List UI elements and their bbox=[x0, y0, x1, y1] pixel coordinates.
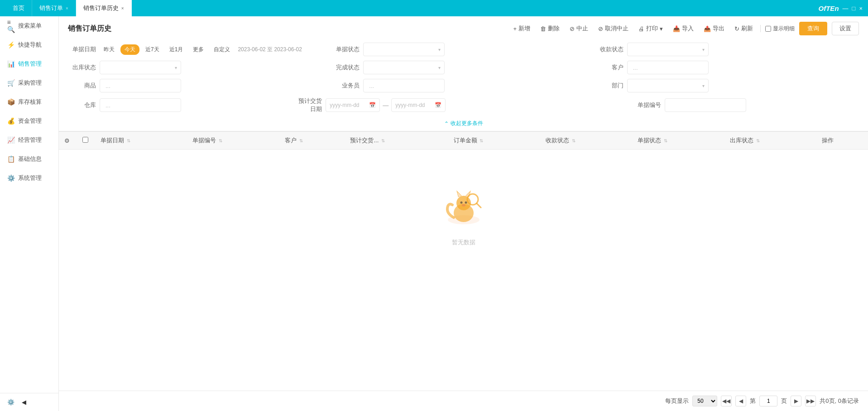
date-btn-today[interactable]: 今天 bbox=[120, 44, 139, 55]
date-btn-yesterday[interactable]: 昨天 bbox=[100, 44, 119, 55]
new-button[interactable]: + 新增 bbox=[510, 23, 533, 34]
topbar-close[interactable]: × bbox=[859, 5, 863, 12]
prev-page-button[interactable]: ◀ bbox=[735, 396, 746, 406]
topbar-maximize[interactable]: □ bbox=[852, 5, 856, 12]
th-bill-status[interactable]: 单据状态 ⇅ bbox=[632, 132, 724, 150]
bill-status-select[interactable]: ▾ bbox=[363, 43, 445, 56]
purchase-mgmt-icon: 🛒 bbox=[7, 79, 14, 87]
delivery-start-input[interactable]: yyyy-mm-dd 📅 bbox=[326, 98, 380, 112]
empty-state: 暂无数据 bbox=[59, 150, 868, 283]
customer-input[interactable]: ... bbox=[627, 61, 709, 74]
sidebar-settings-icon[interactable]: ⚙️ bbox=[7, 399, 14, 406]
page-number-input[interactable] bbox=[759, 396, 777, 406]
sidebar-item-system-mgmt[interactable]: ⚙️ 系统管理 bbox=[0, 169, 58, 188]
stop-button[interactable]: ⊘ 中止 bbox=[567, 23, 591, 34]
query-button[interactable]: 查询 bbox=[799, 22, 827, 35]
ops-mgmt-icon: 📈 bbox=[7, 136, 14, 144]
complete-status-select[interactable]: ▾ bbox=[363, 61, 445, 74]
dept-select[interactable]: ▾ bbox=[627, 79, 709, 92]
close-tab-sales-order[interactable]: × bbox=[66, 6, 68, 11]
th-receipt-status[interactable]: 收款状态 ⇅ bbox=[540, 132, 632, 150]
per-page-select[interactable]: 50 100 200 bbox=[692, 396, 717, 406]
export-button[interactable]: 📤 导出 bbox=[701, 23, 727, 34]
date-btn-more[interactable]: 更多 bbox=[189, 44, 208, 55]
sidebar-item-ops-mgmt[interactable]: 📈 经营管理 bbox=[0, 131, 58, 150]
sidebar-item-search-menu[interactable]: ≡🔍 搜索菜单 bbox=[0, 16, 58, 35]
topbar-minimize[interactable]: — bbox=[843, 5, 849, 12]
sidebar-item-capital-mgmt[interactable]: 💰 资金管理 bbox=[0, 111, 58, 131]
customer-label: 客户 bbox=[595, 63, 627, 72]
date-btn-1month[interactable]: 近1月 bbox=[165, 44, 187, 55]
out-status-arrow-icon: ▾ bbox=[175, 65, 177, 70]
receipt-status-select[interactable]: ▾ bbox=[627, 43, 709, 56]
sidebar-item-purchase-mgmt[interactable]: 🛒 采购管理 bbox=[0, 73, 58, 92]
th-out-status[interactable]: 出库状态 ⇅ bbox=[724, 132, 816, 150]
th-customer[interactable]: 客户 ⇅ bbox=[279, 132, 345, 150]
sidebar-collapse-icon[interactable]: ◀ bbox=[22, 399, 26, 406]
toolbar-divider bbox=[760, 25, 761, 32]
refresh-button[interactable]: ↻ 刷新 bbox=[732, 23, 756, 34]
empty-text: 暂无数据 bbox=[452, 238, 475, 247]
salesperson-input[interactable]: ... bbox=[363, 79, 445, 92]
delete-button[interactable]: 🗑 删除 bbox=[537, 23, 562, 34]
th-settings[interactable]: ⚙ bbox=[59, 132, 77, 150]
stop-icon: ⊘ bbox=[570, 25, 575, 32]
date-quick-btns: 昨天 今天 近7天 近1月 更多 自定义 bbox=[100, 44, 234, 55]
prev-page-icon: ◀ bbox=[739, 398, 743, 404]
salesperson-ellipsis-icon[interactable]: ... bbox=[367, 82, 376, 89]
customer-ellipsis-icon[interactable]: ... bbox=[631, 64, 640, 71]
goods-ellipsis-icon[interactable]: ... bbox=[104, 82, 112, 89]
sort-out-icon: ⇅ bbox=[756, 138, 760, 143]
warehouse-input[interactable]: ... bbox=[100, 98, 181, 112]
sidebar-label-inventory: 库存核算 bbox=[18, 98, 42, 106]
sidebar-label-ops-mgmt: 经营管理 bbox=[18, 136, 42, 144]
page-title: 销售订单历史 bbox=[68, 24, 111, 34]
export-icon: 📤 bbox=[704, 25, 711, 32]
th-amount[interactable]: 订单金额 ⇅ bbox=[448, 132, 540, 150]
cancel-stop-button[interactable]: ⊘ 取消中止 bbox=[595, 23, 631, 34]
sidebar: ≡🔍 搜索菜单 ⚡ 快捷导航 📊 销售管理 🛒 采购管理 📦 库存核算 💰 资金… bbox=[0, 16, 59, 411]
pagination-bar: 每页显示 50 100 200 ◀◀ ◀ 第 页 ▶ ▶▶ 共0页, 0条记录 bbox=[59, 391, 868, 411]
display-columns-input[interactable] bbox=[765, 26, 771, 32]
close-tab-history[interactable]: × bbox=[121, 6, 124, 11]
tab-sales-order-history[interactable]: 销售订单历史 × bbox=[76, 0, 132, 16]
sort-date-icon: ⇅ bbox=[127, 138, 130, 143]
next-page-button[interactable]: ▶ bbox=[791, 396, 801, 406]
filter-bill-no-cell: 单据编号 bbox=[633, 98, 859, 112]
tab-sales-order[interactable]: 销售订单 × bbox=[32, 0, 76, 16]
sidebar-item-basic-info[interactable]: 📋 基础信息 bbox=[0, 150, 58, 169]
setting-button[interactable]: 设置 bbox=[832, 22, 859, 35]
first-page-button[interactable]: ◀◀ bbox=[721, 396, 732, 406]
warehouse-ellipsis-icon[interactable]: ... bbox=[104, 102, 112, 109]
select-all-checkbox[interactable] bbox=[82, 137, 88, 143]
bill-no-input[interactable] bbox=[665, 98, 746, 112]
import-button[interactable]: 📥 导入 bbox=[670, 23, 696, 34]
svg-point-8 bbox=[465, 202, 467, 204]
print-button[interactable]: 🖨 打印 ▾ bbox=[636, 23, 666, 34]
cancel-stop-icon: ⊘ bbox=[598, 25, 603, 32]
goods-input[interactable]: ... bbox=[100, 79, 181, 92]
sidebar-item-inventory[interactable]: 📦 库存核算 bbox=[0, 92, 58, 111]
filter-delivery-date-cell: 预计交货日期 yyyy-mm-dd 📅 — yyyy-mm-dd 📅 bbox=[294, 97, 633, 113]
table-area: ⚙ 单据日期 ⇅ 单据编号 ⇅ bbox=[59, 131, 868, 391]
display-columns-checkbox[interactable]: 显示明细 bbox=[765, 25, 795, 33]
tab-home[interactable]: 首页 bbox=[5, 0, 32, 16]
th-checkbox[interactable] bbox=[77, 132, 95, 150]
out-status-label: 出库状态 bbox=[68, 63, 100, 72]
th-delivery[interactable]: 预计交货... ⇅ bbox=[345, 132, 448, 150]
delivery-end-input[interactable]: yyyy-mm-dd 📅 bbox=[391, 98, 446, 112]
empty-row: 暂无数据 bbox=[59, 150, 868, 283]
collapse-button[interactable]: ⌃ 收起更多条件 bbox=[68, 118, 859, 131]
out-status-select[interactable]: ▾ bbox=[100, 61, 181, 74]
empty-illustration bbox=[436, 186, 491, 231]
th-no[interactable]: 单据编号 ⇅ bbox=[187, 132, 279, 150]
sidebar-item-sales-mgmt[interactable]: 📊 销售管理 bbox=[0, 54, 58, 73]
th-date[interactable]: 单据日期 ⇅ bbox=[95, 132, 187, 150]
date-btn-custom[interactable]: 自定义 bbox=[210, 44, 234, 55]
page-header: 销售订单历史 + 新增 🗑 删除 ⊘ 中止 ⊘ 取消中止 bbox=[59, 16, 868, 39]
last-page-button[interactable]: ▶▶ bbox=[805, 396, 816, 406]
date-btn-7days[interactable]: 近7天 bbox=[141, 44, 163, 55]
filter-row-3: 商品 ... 业务员 ... 部门 bbox=[68, 79, 859, 92]
calendar-end-icon: 📅 bbox=[435, 102, 441, 108]
sidebar-item-quick-nav[interactable]: ⚡ 快捷导航 bbox=[0, 35, 58, 54]
